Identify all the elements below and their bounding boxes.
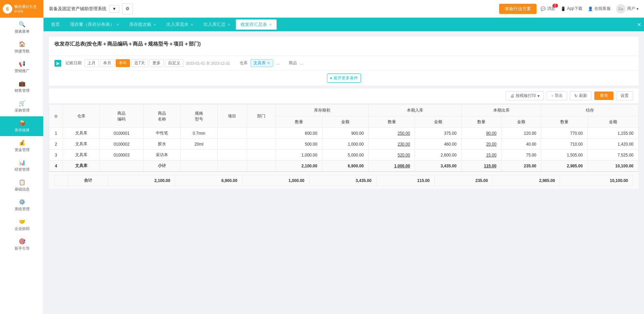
data-table: ⚙ 仓库 商品编码 商品名称 规格型号 项目 部门 库存期初 本期入库 本期出库… bbox=[49, 104, 639, 171]
cell-project bbox=[218, 128, 247, 139]
page-content: 收发存汇总表(按仓库＋商品编码＋商品＋规格型号＋项目＋部门) ▶ 记账日期 上月… bbox=[44, 31, 644, 314]
out-qty-link[interactable]: 115.00 bbox=[484, 164, 496, 168]
goods-more[interactable]: ... bbox=[300, 61, 303, 66]
out-qty-link[interactable]: 20.00 bbox=[486, 142, 496, 147]
footer-out-amt: 235.00 bbox=[435, 175, 493, 186]
sidebar-item-finance[interactable]: 💰 资金管理 bbox=[0, 136, 43, 156]
date-btn-custom[interactable]: 自定义 bbox=[165, 59, 183, 67]
warehouse-filter-label: 仓库 bbox=[240, 60, 248, 66]
print-dropdown-icon: ▾ bbox=[538, 94, 540, 98]
sidebar-item-system[interactable]: ⚙️ 系统管理 bbox=[0, 195, 43, 215]
avatar: Ea bbox=[616, 4, 626, 14]
user-btn[interactable]: Ea 用户 ▾ bbox=[616, 4, 639, 14]
tab-home[interactable]: 首页 bbox=[46, 19, 65, 30]
cell-out-qty[interactable]: 115.00 bbox=[461, 161, 501, 171]
cell-spec bbox=[180, 161, 218, 171]
system-dropdown[interactable]: ▼ bbox=[109, 5, 119, 13]
table-settings-icon[interactable]: ⚙ bbox=[54, 114, 58, 119]
print-button[interactable]: 🖨 按模板打印 ▾ bbox=[506, 91, 544, 100]
sidebar-item-corp[interactable]: 🤝 企业协同 bbox=[0, 215, 43, 235]
sidebar-label-inventory: 库存核算 bbox=[15, 128, 30, 133]
settings-button[interactable]: 设置 bbox=[616, 91, 633, 100]
cell-spec bbox=[180, 150, 218, 161]
sidebar-item-sales[interactable]: 💼 销售管理 bbox=[0, 77, 43, 97]
cell-no: 3 bbox=[49, 150, 63, 161]
tab-inout-sum[interactable]: 出入库汇总 ✕ bbox=[199, 19, 235, 30]
search-icon: 🔍 bbox=[19, 21, 26, 28]
cell-in-qty[interactable]: 520.00 bbox=[369, 150, 415, 161]
online-service-btn[interactable]: 👤 在线客服 bbox=[588, 6, 611, 12]
cell-out-qty[interactable]: 20.00 bbox=[461, 139, 501, 150]
home-icon: 🏠 bbox=[19, 41, 26, 47]
cell-no: 1 bbox=[49, 128, 63, 139]
message-icon: 💬 bbox=[541, 6, 546, 11]
warehouse-tag-close[interactable]: ✕ bbox=[267, 61, 270, 65]
col-settings[interactable]: ⚙ bbox=[49, 105, 63, 128]
sidebar-item-guide[interactable]: 🎯 新手引导 bbox=[0, 235, 43, 254]
in-qty-link[interactable]: 520.00 bbox=[398, 153, 410, 158]
sidebar-nav: 🔍 搜索菜单 🏠 快捷导航 📢 营销推广 💼 销售管理 🛒 采购管理 📦 库存核… bbox=[0, 18, 43, 314]
sidebar-item-search[interactable]: 🔍 搜索菜单 bbox=[0, 18, 43, 37]
sidebar-label-purchase: 采购管理 bbox=[15, 108, 30, 113]
cell-out-qty[interactable]: 15.00 bbox=[461, 150, 501, 161]
date-btn-more[interactable]: 更多 bbox=[149, 59, 164, 67]
date-btn-this-year[interactable]: 本年 bbox=[116, 59, 130, 67]
tabs-close-all-btn[interactable]: ✕ bbox=[637, 21, 641, 28]
date-btn-7days[interactable]: 近7天 bbox=[131, 59, 148, 67]
sidebar-item-basic[interactable]: 📋 基础信息 bbox=[0, 176, 43, 195]
action-bar: 🖨 按模板打印 ▾ ↑ 导出 ↻ 刷新 查询 设置 bbox=[49, 88, 639, 103]
out-qty-link[interactable]: 80.00 bbox=[486, 131, 496, 136]
tab-inout-sum-close[interactable]: ✕ bbox=[228, 23, 230, 27]
logo-text: 畅捷通好生意 bbox=[14, 4, 37, 9]
inventory-icon: 📦 bbox=[19, 120, 26, 126]
sidebar-item-marketing[interactable]: 📢 营销推广 bbox=[0, 57, 43, 77]
purchase-icon: 🛒 bbox=[19, 100, 26, 106]
footer-row: 合计 2,100.00 6,900.00 1,000.00 3,435.00 1… bbox=[55, 175, 633, 186]
out-qty-link[interactable]: 15.00 bbox=[486, 153, 496, 158]
tab-receive-sum-close[interactable]: ✕ bbox=[269, 23, 272, 27]
filter-collapse-btn[interactable]: ▶ bbox=[54, 60, 61, 67]
table-body: 1 文具库 0100001 中性笔 0.7mm 600.00 900.00 25… bbox=[49, 128, 639, 171]
footer-out-qty: 115.00 bbox=[376, 175, 434, 186]
cell-in-qty[interactable]: 1,000.00 bbox=[369, 161, 415, 171]
date-btn-last-month[interactable]: 上月 bbox=[84, 59, 99, 67]
cell-project bbox=[218, 139, 247, 150]
tab-inout-flow[interactable]: 出入库流水 ✕ bbox=[162, 19, 198, 30]
cell-in-amt: 460.00 bbox=[415, 139, 461, 150]
tab-stock-dist-close[interactable]: ✕ bbox=[116, 23, 119, 27]
cell-in-qty[interactable]: 250.00 bbox=[369, 128, 415, 139]
warehouse-tag[interactable]: 文具库 ✕ bbox=[250, 59, 273, 67]
sidebar-item-inventory[interactable]: 📦 库存核算 bbox=[0, 116, 43, 136]
cell-out-qty[interactable]: 80.00 bbox=[461, 128, 501, 139]
tab-stock-dist[interactable]: 现存量（库存分布表） ✕ bbox=[65, 19, 124, 30]
in-qty-link[interactable]: 230.00 bbox=[398, 142, 410, 147]
export-button[interactable]: ↑ 导出 bbox=[547, 91, 567, 100]
col-project: 项目 bbox=[218, 105, 247, 128]
query-button[interactable]: 查询 bbox=[594, 92, 613, 100]
refresh-button[interactable]: ↻ 刷新 bbox=[570, 91, 592, 100]
sidebar-item-quicknav[interactable]: 🏠 快捷导航 bbox=[0, 37, 43, 57]
sidebar-label-guide: 新手引导 bbox=[15, 246, 30, 251]
tab-receive-sum[interactable]: 收发存汇总表 ✕ bbox=[236, 19, 277, 30]
sidebar: 6 畅捷通好生意 标准版 🔍 搜索菜单 🏠 快捷导航 📢 营销推广 💼 销售管理… bbox=[0, 0, 44, 314]
tab-inout-flow-close[interactable]: ✕ bbox=[191, 23, 193, 27]
settings-icon-btn[interactable]: ⚙ bbox=[122, 3, 133, 14]
cell-open-qty: 600.00 bbox=[276, 128, 322, 139]
cell-in-qty[interactable]: 230.00 bbox=[369, 139, 415, 150]
expand-more-btn[interactable]: ▾ 展开更多条件 bbox=[327, 73, 361, 83]
tab-batch-close[interactable]: ✕ bbox=[153, 23, 156, 27]
date-btn-this-month[interactable]: 本月 bbox=[100, 59, 114, 67]
sidebar-item-operation[interactable]: 📊 经营管理 bbox=[0, 156, 43, 176]
col-closing: 结存 bbox=[541, 105, 639, 116]
col-close-qty: 数量 bbox=[541, 116, 588, 128]
col-period-in: 本期入库 bbox=[369, 105, 462, 116]
tab-batch[interactable]: 库存批次账 ✕ bbox=[125, 19, 161, 30]
in-qty-link[interactable]: 250.00 bbox=[398, 131, 410, 136]
app-download-btn[interactable]: 📱 App下载 bbox=[561, 6, 582, 12]
experience-button[interactable]: 体验行业方案 bbox=[499, 4, 536, 14]
message-btn[interactable]: 💬 消息 6 bbox=[541, 6, 555, 12]
warehouse-more[interactable]: ... bbox=[276, 61, 279, 66]
cell-spec: 20ml bbox=[180, 139, 218, 150]
in-qty-link[interactable]: 1,000.00 bbox=[394, 164, 410, 168]
sidebar-item-purchase[interactable]: 🛒 采购管理 bbox=[0, 97, 43, 116]
